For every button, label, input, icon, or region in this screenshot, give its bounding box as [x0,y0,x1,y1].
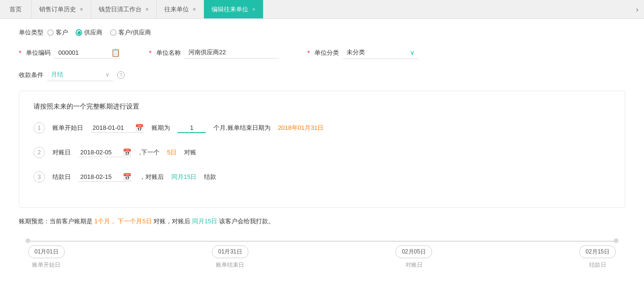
radio-both-label: 客户/供应商 [119,28,151,37]
payment-terms-group: 收款条件 月结 ∨ ? [19,68,125,81]
unit-code-input[interactable] [54,47,111,58]
step-2-date-input[interactable] [78,148,121,157]
timeline-node-4: 02月15日 结款日 [579,245,616,269]
step-1-date-input[interactable] [91,123,133,132]
tab-bar: 首页 销售订单历史 × 钱货日清工作台 × 往来单位 × 编辑往来单位 × › [0,0,644,19]
preview-part3: 同月15日 [192,218,217,225]
main-content: 单位类型 客户 供应商 客户/供应商 * 单位编码 [0,19,644,287]
unit-type-group: 单位类型 客户 供应商 客户/供应商 [19,28,151,37]
unit-category-group: * 单位分类 未分类 ∨ [307,46,418,59]
timeline-node-2: 01月31日 账单结束日 [212,245,248,269]
radio-customer[interactable]: 客户 [47,28,68,37]
tab-partner-units-label: 往来单位 [164,5,189,14]
preview-suffix: 该客户会给我打款。 [219,218,274,225]
timeline-label-4: 结款日 [589,261,606,269]
unit-info-row: * 单位编码 📋 * 单位名称 * 单位分类 未分类 ∨ [19,46,625,59]
tab-more-button[interactable]: › [630,0,644,18]
step-2-date-wrapper: 📅 [78,148,132,157]
timeline-node-3: 02月05日 对账日 [396,245,432,269]
unit-category-star: * [307,49,310,57]
timeline-bubble-2: 01月31日 [212,245,248,258]
tab-sales-history-close[interactable]: × [80,6,83,13]
step-2-suffix: 对账 [184,148,196,157]
radio-supplier-circle [76,29,82,36]
unit-code-star: * [19,49,21,57]
step-1-mid-text: 账期为 [152,124,170,132]
timeline-bubble-1: 01月01日 [28,245,65,258]
step-1-num: 1 [34,122,45,134]
unit-name-group: * 单位名称 [149,47,279,59]
step-3-prefix: ，对账后 [139,173,164,181]
tab-more-icon: › [636,6,638,13]
radio-supplier[interactable]: 供应商 [76,28,102,37]
radio-group: 客户 供应商 客户/供应商 [47,28,151,37]
tab-cash-work[interactable]: 钱货日清工作台 × [91,0,157,18]
tab-home-label: 首页 [9,5,22,14]
unit-code-label: 单位编码 [26,49,51,57]
tab-partner-units-close[interactable]: × [193,6,196,13]
payment-terms-arrow-icon: ∨ [105,71,110,78]
step-1-date-wrapper: 📅 [91,123,144,133]
step-2-num: 2 [34,147,45,158]
period-value-input[interactable] [178,123,206,133]
unit-type-row: 单位类型 客户 供应商 客户/供应商 [19,28,625,37]
timeline-wrapper: 01月01日 账单开始日 01月31日 账单结束日 02月05日 对账日 02月… [19,237,625,283]
step-2-highlight: 5日 [167,148,177,157]
step-3-date-input[interactable] [78,172,121,181]
unit-category-label: 单位分类 [314,49,339,57]
timeline-label-1: 账单开始日 [32,261,60,269]
step-1-label: 账单开始日 [52,124,83,132]
card-title: 请按照未来的一个完整帐期进行设置 [34,102,610,111]
payment-terms-select[interactable]: 月结 ∨ [47,68,113,81]
unit-name-star: * [149,49,151,57]
timeline-label-3: 对账日 [406,261,423,269]
tab-cash-work-close[interactable]: × [145,6,149,13]
preview-part1: 1个月， [94,218,116,225]
timeline-nodes: 01月01日 账单开始日 01月31日 账单结束日 02月05日 对账日 02月… [28,237,616,269]
tab-sales-history-label: 销售订单历史 [39,5,76,14]
tab-partner-units[interactable]: 往来单位 × [157,0,204,18]
step-2-calendar-icon[interactable]: 📅 [123,148,132,157]
step-1-unit-text: 个月,账单结束日期为 [213,124,271,132]
timeline-bubble-4: 02月15日 [579,245,616,258]
step-3-date-wrapper: 📅 [78,172,132,182]
unit-category-dropdown[interactable]: 未分类 ∨ [343,46,418,59]
preview-prefix: 账期预览：当前客户账期是 [19,218,93,225]
radio-both-circle [110,29,117,36]
tab-edit-partner-label: 编辑往来单位 [212,5,248,14]
step-1-row: 1 账单开始日 📅 账期为 个月,账单结束日期为 2018年01月31日 [34,122,610,134]
tab-sales-history[interactable]: 销售订单历史 × [32,0,91,18]
radio-customer-label: 客户 [56,28,68,37]
preview-part2: 下一个月5日 [118,218,152,225]
unit-name-label: 单位名称 [156,49,181,57]
step-3-highlight: 同月15日 [171,173,196,181]
unit-name-input[interactable] [185,47,279,59]
timeline-node-1: 01月01日 账单开始日 [28,245,65,269]
payment-terms-help-icon[interactable]: ? [117,71,125,79]
category-arrow-icon: ∨ [410,49,415,56]
radio-supplier-label: 供应商 [84,28,102,37]
tab-cash-work-label: 钱货日清工作台 [99,5,142,14]
step-2-label: 对账日 [52,148,71,157]
tab-home[interactable]: 首页 [0,0,32,18]
unit-code-input-wrapper: 📋 [54,47,120,59]
period-settings-card: 请按照未来的一个完整帐期进行设置 1 账单开始日 📅 账期为 个月,账单结束日期… [19,91,625,208]
payment-terms-row: 收款条件 月结 ∨ ? [19,68,625,81]
timeline-label-2: 账单结束日 [216,261,244,269]
payment-terms-label: 收款条件 [19,71,43,79]
step-3-calendar-icon[interactable]: 📅 [123,173,132,181]
timeline-bubble-3: 02月05日 [396,245,432,258]
step-1-end-date: 2018年01月31日 [278,124,324,132]
tab-edit-partner[interactable]: 编辑往来单位 × [204,0,263,18]
preview-section: 账期预览：当前客户账期是 1个月， 下一个月5日 对账，对账后 同月15日 该客… [19,217,625,226]
radio-both[interactable]: 客户/供应商 [110,28,151,37]
step-2-row: 2 对账日 📅 ,下一个 5日 对账 [34,147,610,158]
payment-terms-value: 月结 [51,70,102,79]
tab-edit-partner-close[interactable]: × [252,6,255,13]
radio-customer-circle [47,29,54,36]
step-2-prefix: ,下一个 [139,148,160,157]
step-1-calendar-icon[interactable]: 📅 [135,124,144,132]
unit-code-icon[interactable]: 📋 [111,48,120,57]
step-3-suffix: 结款 [204,173,216,181]
preview-middle: 对账，对账后 [153,218,190,225]
